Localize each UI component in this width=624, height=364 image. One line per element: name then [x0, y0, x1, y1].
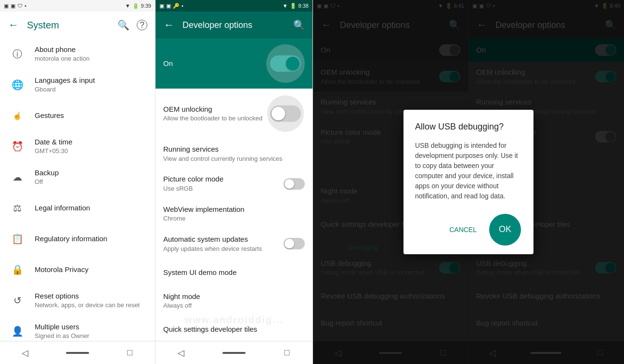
on-text: On: [163, 59, 266, 68]
backup-text: Backup Off: [35, 168, 147, 186]
picture-text: Picture color mode Use sRGB: [163, 174, 284, 193]
language-subtitle: Gboard: [35, 86, 147, 94]
on-label: On: [163, 59, 266, 68]
settings-item-language[interactable]: 🌐 Languages & input Gboard: [0, 69, 155, 100]
quick-settings-item[interactable]: Quick settings developer tiles: [156, 316, 312, 341]
quick-settings-title: Quick settings developer tiles: [163, 325, 305, 334]
on-toggle-item[interactable]: On: [156, 39, 312, 89]
privacy-text: Motorola Privacy: [35, 265, 147, 274]
wifi-icon: ▼: [125, 3, 130, 9]
notif-icon-m1: ▣: [159, 3, 164, 9]
oem-subtitle: Allow the bootloader to be unlocked: [163, 115, 266, 123]
usb-cancel-button[interactable]: Cancel: [468, 222, 484, 237]
picture-subtitle: Use sRGB: [163, 185, 284, 193]
picture-toggle[interactable]: [284, 178, 305, 190]
reset-icon: ↺: [8, 291, 27, 310]
users-title: Multiple users: [35, 322, 147, 332]
settings-item-users[interactable]: 👤 Multiple users Signed in as Owner: [0, 316, 155, 341]
users-icon: 👤: [8, 322, 27, 341]
oem-unlock-item[interactable]: OEM unlocking Allow the bootloader to be…: [156, 89, 312, 139]
home-nav-middle[interactable]: [222, 352, 246, 354]
usb-dialog-overlay: Allow USB debugging? USB debugging is in…: [468, 0, 624, 364]
regulatory-title: Regulatory information: [35, 234, 147, 244]
usb-ok-button[interactable]: OK: [499, 224, 511, 234]
backup-subtitle: Off: [35, 178, 147, 186]
auto-update-item[interactable]: Automatic system updates Apply updates w…: [156, 229, 312, 259]
battery-icon-m: 🔋: [290, 3, 297, 9]
settings-item-about[interactable]: ⓘ About phone motorola one action: [0, 39, 155, 69]
auto-update-title: Automatic system updates: [163, 234, 284, 244]
home-nav-indicator[interactable]: [66, 352, 89, 354]
language-title: Languages & input: [35, 76, 147, 85]
panel-right-group: ▣ ▣ 🛡 • ▼ 🔋 9:41 ← Developer options 🔍 O…: [313, 0, 624, 364]
panel-developer-options: ▣ ▣ 🔑 • ▼ 🔋 8:38 ← Developer options 🔍 O…: [156, 0, 313, 364]
night-mode-text: Night mode Always off: [163, 292, 305, 310]
status-bar-middle: ▣ ▣ 🔑 • ▼ 🔋 8:38: [156, 0, 312, 12]
settings-item-privacy[interactable]: 🔒 Motorola Privacy: [0, 254, 155, 285]
back-nav-middle[interactable]: ◁: [171, 343, 191, 363]
oem-text: OEM unlocking Allow the bootloader to be…: [163, 104, 266, 123]
settings-item-backup[interactable]: ☁ Backup Off: [0, 162, 155, 193]
datetime-text: Date & time GMT+05:30: [35, 137, 147, 156]
settings-item-legal[interactable]: ⚖ Legal information: [0, 193, 155, 223]
picture-color-item[interactable]: Picture color mode Use sRGB: [156, 169, 312, 198]
status-icons-middle: ▣ ▣ 🔑 •: [159, 3, 183, 9]
shield-icon: 🛡: [17, 3, 23, 9]
dot-icon: •: [25, 3, 26, 9]
back-nav-btn[interactable]: ◁: [15, 343, 35, 363]
settings-item-regulatory[interactable]: 📋 Regulatory information: [0, 223, 155, 254]
back-button[interactable]: ←: [8, 19, 19, 31]
dot-icon-m: •: [182, 3, 183, 9]
regulatory-text: Regulatory information: [35, 234, 147, 244]
oem-toggle[interactable]: [270, 105, 301, 122]
clock-icon: ⏰: [8, 137, 27, 156]
legal-title: Legal information: [35, 203, 147, 213]
master-toggle[interactable]: [270, 55, 301, 72]
search-button-dev[interactable]: 🔍: [293, 19, 305, 31]
status-time-left: ▼ 🔋 9:39: [125, 3, 151, 9]
settings-item-gestures[interactable]: ☝ Gestures: [0, 100, 155, 131]
toggle-on-highlight: [266, 44, 305, 83]
reset-title: Reset options: [35, 291, 147, 301]
toolbar-developer: ← Developer options 🔍: [156, 12, 312, 39]
night-mode-item[interactable]: Night mode Always off: [156, 286, 312, 316]
ui-demo-title: System UI demo mode: [163, 268, 305, 277]
legal-icon: ⚖: [8, 198, 27, 218]
auto-update-text: Automatic system updates Apply updates w…: [163, 234, 284, 253]
toolbar-title-system: System: [27, 20, 110, 31]
help-button[interactable]: ?: [137, 20, 147, 30]
backup-title: Backup: [35, 168, 147, 178]
users-text: Multiple users Signed in as Owner: [35, 322, 147, 340]
shield-icon-m: 🔑: [173, 3, 180, 9]
system-settings-list: ⓘ About phone motorola one action 🌐 Lang…: [0, 39, 155, 341]
about-subtitle: motorola one action: [35, 55, 147, 63]
usb-dialog: Allow USB debugging? USB debugging is in…: [468, 110, 533, 254]
webview-text: WebView implementation Chrome: [163, 205, 305, 223]
ui-demo-item[interactable]: System UI demo mode: [156, 259, 312, 286]
notif-icon-m2: ▣: [166, 3, 171, 9]
recent-nav-btn[interactable]: □: [120, 343, 140, 363]
running-subtitle: View and control currently running servi…: [163, 155, 305, 163]
settings-item-datetime[interactable]: ⏰ Date & time GMT+05:30: [0, 131, 155, 162]
back-button-dev[interactable]: ←: [163, 19, 175, 31]
panel-developer-usb: ▣ ▣ 🛡 • ▼ 🔋 8:40 ← Developer options 🔍 O…: [468, 0, 624, 364]
notification-icon2: ▣: [11, 3, 15, 9]
webview-title: WebView implementation: [163, 205, 305, 214]
running-text: Running services View and control curren…: [163, 144, 305, 163]
regulatory-icon: 📋: [8, 229, 27, 248]
webview-item[interactable]: WebView implementation Chrome: [156, 199, 312, 229]
legal-text: Legal information: [35, 203, 147, 213]
status-time-middle: ▼ 🔋 8:38: [283, 3, 309, 9]
usb-dialog-body: USB debugging is intended for developmen…: [468, 141, 522, 201]
bottom-nav-middle: ◁ □: [156, 341, 312, 364]
search-button-left[interactable]: 🔍: [117, 19, 129, 31]
webview-subtitle: Chrome: [163, 215, 305, 223]
auto-update-toggle[interactable]: [284, 238, 305, 249]
settings-item-reset[interactable]: ↺ Reset options Network, apps, or device…: [0, 285, 155, 316]
battery-icon: 🔋: [132, 3, 139, 9]
running-services-item[interactable]: Running services View and control curren…: [156, 139, 312, 169]
language-text: Languages & input Gboard: [35, 76, 147, 94]
privacy-icon: 🔒: [8, 260, 27, 279]
recent-nav-middle[interactable]: □: [277, 343, 297, 363]
datetime-title: Date & time: [35, 137, 147, 147]
